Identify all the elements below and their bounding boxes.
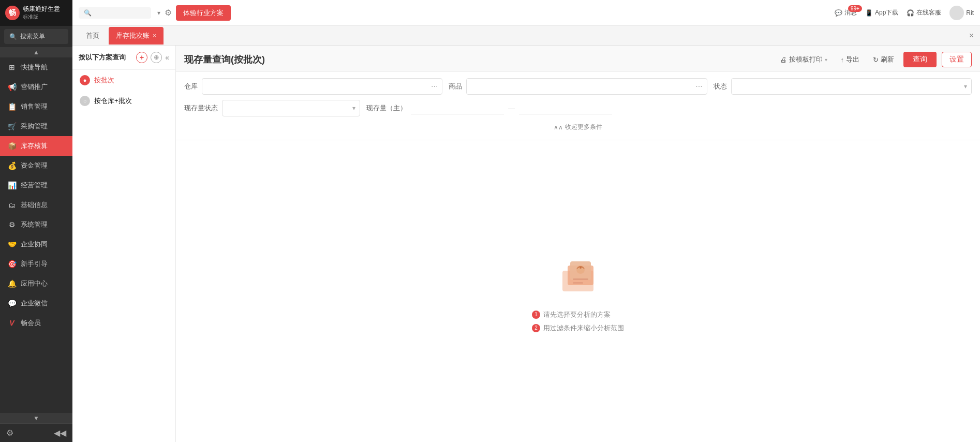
page-title: 现存量查询(按批次) bbox=[184, 53, 265, 66]
basic-icon: 🗂 bbox=[7, 200, 17, 210]
plan-settings-btn[interactable]: ⊕ bbox=[151, 52, 162, 63]
refresh-label: 刷新 bbox=[881, 55, 894, 64]
tab-bar: 首页 库存批次账 × × bbox=[72, 26, 980, 46]
collapse-label: 收起更多条件 bbox=[565, 123, 602, 131]
headset-icon: 🎧 bbox=[907, 9, 914, 17]
goods-dots-btn[interactable]: ··· bbox=[695, 82, 702, 91]
sidebar-scroll-down[interactable]: ▼ bbox=[0, 413, 72, 423]
empty-hints: 1 请先选择要分析的方案 2 用过滤条件来缩小分析范围 bbox=[532, 310, 624, 333]
filter-stock-status: 现存量状态 ▾ bbox=[184, 100, 360, 116]
messages-badge: 99+ bbox=[848, 5, 862, 12]
settings-footer-icon[interactable]: ⚙ bbox=[6, 428, 13, 438]
online-support-btn[interactable]: 🎧 在线客服 bbox=[907, 8, 941, 17]
online-support-label: 在线客服 bbox=[916, 8, 941, 17]
collapse-area: ∧∧ 收起更多条件 bbox=[184, 116, 972, 134]
sidebar: 畅 畅康通好生意 标准版 🔍 搜索菜单 ▲ ⊞ 快捷导航 📢 营销推广 📋 销售… bbox=[0, 0, 72, 442]
svg-rect-5 bbox=[573, 278, 588, 280]
query-btn[interactable]: 查询 bbox=[903, 52, 937, 67]
tab-inventory-batch[interactable]: 库存批次账 × bbox=[109, 27, 164, 45]
status-select[interactable]: ▾ bbox=[731, 78, 972, 95]
status-dropdown-icon[interactable]: ▾ bbox=[964, 83, 967, 90]
left-panel-header: 按以下方案查询 + ⊕ « bbox=[72, 46, 175, 70]
user-profile[interactable]: Rit bbox=[949, 6, 974, 20]
sidebar-item-finance[interactable]: 💰 资金管理 bbox=[0, 156, 72, 175]
plan-label-batch: 按批次 bbox=[94, 76, 114, 85]
sidebar-item-member[interactable]: V 畅会员 bbox=[0, 313, 72, 333]
data-area: 1 请先选择要分析的方案 2 用过滤条件来缩小分析范围 bbox=[176, 140, 980, 442]
sidebar-footer: ⚙ ◀◀ bbox=[0, 423, 72, 442]
sidebar-search[interactable]: 🔍 搜索菜单 bbox=[4, 29, 68, 44]
app-logo: 畅 bbox=[5, 6, 20, 20]
topbar-gear-icon[interactable]: ⚙ bbox=[165, 8, 172, 18]
sidebar-item-inventory[interactable]: 📦 库存核算 bbox=[0, 136, 72, 156]
export-icon: ↑ bbox=[841, 56, 844, 64]
add-plan-btn[interactable]: + bbox=[136, 52, 147, 63]
topbar-chevron-icon[interactable]: ▾ bbox=[157, 9, 160, 17]
user-name: Rit bbox=[966, 9, 974, 17]
plan-icon-warehouse-batch: ○ bbox=[80, 96, 90, 106]
stock-amount-to-input[interactable] bbox=[519, 102, 612, 114]
inventory-icon: 📦 bbox=[7, 141, 17, 151]
hint-2-num: 2 bbox=[532, 324, 540, 332]
phone-icon: 📱 bbox=[865, 9, 873, 17]
export-label: 导出 bbox=[846, 55, 859, 64]
stock-status-select[interactable]: ▾ bbox=[222, 100, 360, 116]
export-btn[interactable]: ↑ 导出 bbox=[837, 53, 864, 66]
sidebar-item-purchase[interactable]: 🛒 采购管理 bbox=[0, 116, 72, 136]
right-panel: 现存量查询(按批次) 🖨 按模板打印 ▾ ↑ 导出 ↻ 刷新 bbox=[176, 46, 980, 442]
left-panel-title: 按以下方案查询 bbox=[79, 53, 126, 62]
business-icon: 📊 bbox=[7, 181, 17, 190]
collapse-icon: ∧∧ bbox=[554, 124, 563, 131]
topbar-search-box[interactable]: 🔍 bbox=[79, 7, 151, 19]
sidebar-item-business[interactable]: 📊 经营管理 bbox=[0, 175, 72, 195]
sidebar-header: 畅 畅康通好生意 标准版 bbox=[0, 0, 72, 26]
sidebar-item-weixin[interactable]: 💬 企业微信 bbox=[0, 293, 72, 313]
goods-input[interactable]: ··· bbox=[466, 78, 707, 95]
stock-status-dropdown-icon[interactable]: ▾ bbox=[352, 105, 355, 112]
sidebar-item-sales[interactable]: 📋 销售管理 bbox=[0, 97, 72, 116]
plan-item-batch[interactable]: ● 按批次 bbox=[72, 70, 175, 91]
sidebar-item-appstore[interactable]: 🔔 应用中心 bbox=[0, 274, 72, 293]
sidebar-item-label: 畅会员 bbox=[21, 318, 41, 328]
plan-icon-batch: ● bbox=[80, 75, 90, 85]
sidebar-item-enterprise[interactable]: 🤝 企业协同 bbox=[0, 234, 72, 254]
tab-close-main-icon[interactable]: × bbox=[969, 31, 974, 40]
warehouse-dots-btn[interactable]: ··· bbox=[431, 82, 438, 91]
collapse-more-btn[interactable]: ∧∧ 收起更多条件 bbox=[554, 123, 602, 131]
tab-home[interactable]: 首页 bbox=[79, 27, 107, 45]
status-label: 状态 bbox=[714, 82, 727, 91]
filter-status: 状态 ▾ bbox=[714, 78, 972, 95]
app-download-btn[interactable]: 📱 App下载 bbox=[865, 8, 898, 17]
experience-btn[interactable]: 体验行业方案 bbox=[176, 5, 231, 21]
sidebar-item-label: 经营管理 bbox=[21, 181, 48, 190]
sidebar-search-label: 搜索菜单 bbox=[20, 32, 45, 41]
print-label: 按模板打印 bbox=[789, 55, 823, 64]
sidebar-item-system[interactable]: ⚙ 系统管理 bbox=[0, 215, 72, 234]
refresh-btn[interactable]: ↻ 刷新 bbox=[869, 53, 898, 66]
empty-hint-2: 2 用过滤条件来缩小分析范围 bbox=[532, 323, 624, 333]
collapse-panel-btn[interactable]: « bbox=[165, 53, 169, 62]
left-panel-header-actions: + ⊕ « bbox=[136, 52, 169, 63]
left-panel: 按以下方案查询 + ⊕ « ● 按批次 ○ 按仓库+批次 bbox=[72, 46, 176, 442]
print-btn[interactable]: 🖨 按模板打印 ▾ bbox=[776, 53, 831, 66]
svg-point-4 bbox=[580, 267, 582, 269]
sidebar-item-basic[interactable]: 🗂 基础信息 bbox=[0, 195, 72, 215]
filter-row-2: 现存量状态 ▾ 现存量（主） — bbox=[184, 100, 972, 116]
sidebar-item-newuser[interactable]: 🎯 新手引导 bbox=[0, 254, 72, 274]
sidebar-scroll-up[interactable]: ▲ bbox=[0, 47, 72, 57]
stock-amount-from-input[interactable] bbox=[411, 102, 504, 114]
settings-btn[interactable]: 设置 bbox=[942, 52, 972, 67]
marketing-icon: 📢 bbox=[7, 82, 17, 92]
plan-item-warehouse-batch[interactable]: ○ 按仓库+批次 bbox=[72, 91, 175, 111]
app-download-label: App下载 bbox=[875, 8, 898, 17]
sidebar-item-label: 企业微信 bbox=[21, 299, 48, 308]
tab-close-icon[interactable]: × bbox=[153, 32, 156, 39]
sidebar-item-label: 库存核算 bbox=[21, 141, 48, 151]
sidebar-item-marketing[interactable]: 📢 营销推广 bbox=[0, 77, 72, 97]
collapse-sidebar-icon[interactable]: ◀◀ bbox=[54, 428, 66, 438]
sidebar-item-quick-nav[interactable]: ⊞ 快捷导航 bbox=[0, 57, 72, 77]
print-dropdown-icon[interactable]: ▾ bbox=[825, 57, 827, 63]
plan-label-warehouse-batch: 按仓库+批次 bbox=[94, 96, 132, 106]
warehouse-input[interactable]: ··· bbox=[202, 78, 442, 95]
messages-btn[interactable]: 💬 消息 99+ bbox=[835, 8, 857, 17]
